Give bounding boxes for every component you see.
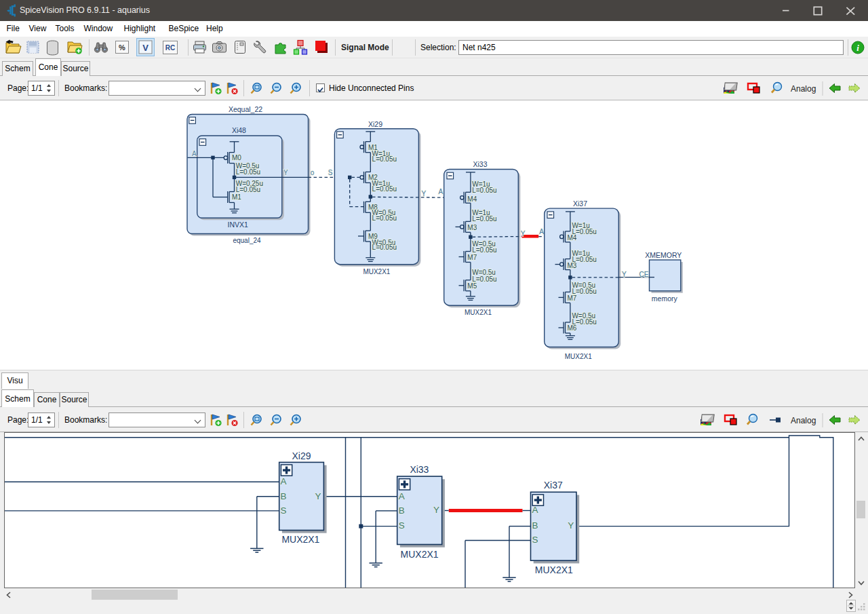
svg-text:L=0.05u: L=0.05u [236,186,260,193]
svg-text:Xi29: Xi29 [368,120,382,128]
svg-text:L=0.05u: L=0.05u [372,244,397,251]
svg-text:B: B [399,505,405,516]
svg-text:M3: M3 [567,262,576,269]
svg-text:M3: M3 [467,224,477,231]
svg-text:Xi37: Xi37 [544,480,563,491]
svg-text:B: B [532,520,538,531]
svg-text:M7: M7 [567,294,576,302]
svg-text:M7: M7 [467,254,477,261]
svg-text:equal_24: equal_24 [233,237,261,244]
svg-text:MUX2X1: MUX2X1 [281,534,319,545]
svg-text:A: A [399,491,405,501]
svg-text:Analog: Analog [791,84,816,94]
svg-text:i: i [856,43,859,53]
svg-text:Xequal_22: Xequal_22 [229,105,262,113]
svg-text:L=0.05u: L=0.05u [372,185,397,193]
svg-text:o: o [311,169,315,176]
svg-text:M0: M0 [232,154,241,161]
svg-text:RC: RC [165,44,175,52]
svg-text:%: % [119,43,125,52]
svg-text:MUX2X1: MUX2X1 [535,564,573,575]
svg-text:MUX2X1: MUX2X1 [401,549,439,560]
svg-text:S: S [281,505,287,516]
svg-text:CE: CE [639,271,649,278]
svg-text:M1: M1 [232,193,241,201]
svg-text:XMEMORY: XMEMORY [645,251,682,259]
svg-text:A: A [439,188,443,195]
svg-text:S: S [328,169,333,176]
svg-text:M5: M5 [467,282,477,290]
svg-text:MUX2X1: MUX2X1 [363,268,390,275]
svg-text:Xi33: Xi33 [410,464,429,475]
svg-text:Analog: Analog [791,416,816,425]
svg-text:L=0.05u: L=0.05u [472,187,496,194]
svg-text:V: V [142,43,149,53]
svg-text:Xi48: Xi48 [232,126,246,134]
svg-text:A: A [281,476,287,486]
svg-text:Y: Y [622,271,627,278]
svg-text:L=0.05u: L=0.05u [472,246,496,254]
svg-text:Xi37: Xi37 [573,199,587,208]
svg-text:S: S [399,520,405,531]
svg-text:S: S [532,535,538,545]
svg-text:A: A [532,505,538,515]
svg-text:Xi33: Xi33 [473,160,487,168]
svg-text:L=0.05u: L=0.05u [236,168,260,176]
svg-text:MUX2X1: MUX2X1 [465,309,492,316]
svg-text:M4: M4 [567,234,576,242]
svg-text:M4: M4 [467,195,477,203]
svg-text:A: A [192,150,197,157]
svg-text:L=0.05u: L=0.05u [372,155,397,163]
svg-text:Xi29: Xi29 [292,450,311,461]
svg-text:INVX1: INVX1 [228,220,249,229]
svg-text:A: A [539,228,544,235]
svg-text:Y: Y [521,230,526,237]
svg-text:Y: Y [315,491,321,501]
svg-text:L=0.05u: L=0.05u [472,215,496,223]
svg-text:Y: Y [568,520,574,531]
svg-text:memory: memory [652,294,678,303]
svg-text:L=0.05u: L=0.05u [372,214,397,222]
svg-text:Y: Y [433,505,439,515]
svg-text:M6: M6 [567,324,576,332]
svg-text:L=0.05u: L=0.05u [472,275,496,283]
svg-text:MUX2X1: MUX2X1 [565,353,592,360]
svg-text:B: B [281,491,287,501]
svg-text:Y: Y [422,190,427,197]
svg-text:Y: Y [283,169,288,176]
